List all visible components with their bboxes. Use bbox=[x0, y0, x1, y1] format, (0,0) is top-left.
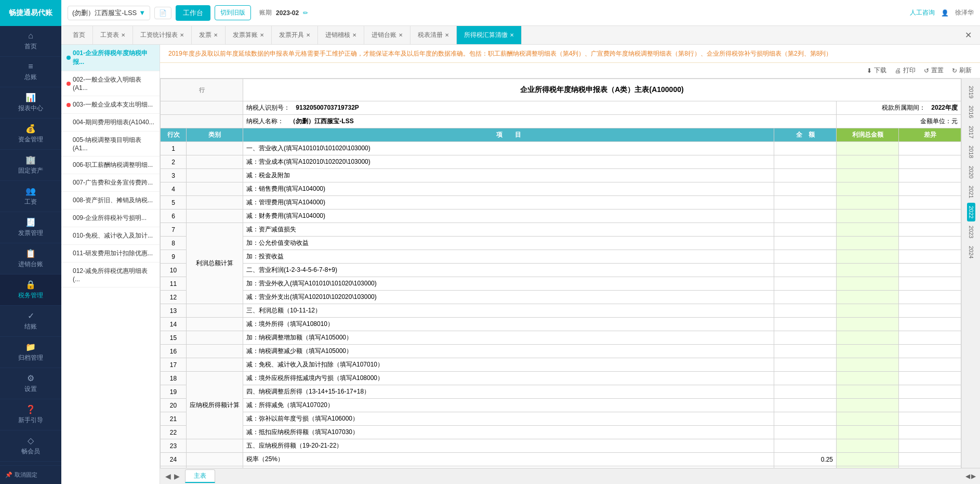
left-panel-item-010[interactable]: 010-免税、减计收入及加计... bbox=[61, 227, 160, 245]
body-area: 001-企业所得税年度纳税申报... 002-一般企业收入明细表(A1... 0… bbox=[61, 45, 980, 484]
download-button[interactable]: ⬇ 下载 bbox=[867, 66, 886, 75]
left-panel-item-009[interactable]: 009-企业所得税补亏损明... bbox=[61, 210, 160, 227]
year-2022[interactable]: 2022 bbox=[967, 203, 975, 221]
tab-purchase-ledger[interactable]: 进销台账✕ bbox=[364, 26, 410, 44]
sidebar-item-tax[interactable]: 🔒 税务管理 bbox=[0, 274, 61, 306]
report-icon: 📊 bbox=[25, 93, 36, 102]
download-icon: ⬇ bbox=[867, 67, 872, 74]
warning-bar: 2019年度步及取以前年度延续数据的申报表单元格需要手工维护正确，才能保证本年及… bbox=[160, 45, 980, 63]
year-2017[interactable]: 2017 bbox=[967, 123, 975, 141]
sidebar-item-fund[interactable]: 💰 资金管理 bbox=[0, 119, 61, 150]
table-container[interactable]: 行 企业所得税年度纳税申报表（A类）主表(A100000) 纳税人识别号： 91… bbox=[160, 79, 961, 468]
tab-payroll-stat-close[interactable]: ✕ bbox=[180, 32, 184, 38]
switch-version-button[interactable]: 切到旧版 bbox=[215, 5, 251, 20]
year-2021[interactable]: 2021 bbox=[967, 182, 975, 201]
service-button[interactable]: 人工咨询 bbox=[910, 8, 935, 17]
left-panel-item-011[interactable]: 011-研发费用加计扣除优惠... bbox=[61, 245, 160, 263]
left-panel-item-007[interactable]: 007-广告费和业务宣传费跨... bbox=[61, 174, 160, 192]
col-item: 项 目 bbox=[243, 128, 774, 142]
sidebar-item-payroll[interactable]: 👥 工资 bbox=[0, 181, 61, 212]
col-index-header: 行 bbox=[161, 79, 243, 101]
year-2023[interactable]: 2023 bbox=[967, 223, 975, 241]
payroll-icon: 👥 bbox=[25, 186, 36, 196]
year-2020[interactable]: 2020 bbox=[967, 163, 975, 181]
tab-tax-clear[interactable]: 税表清册✕ bbox=[410, 26, 457, 44]
sheet-nav-left[interactable]: ◀ bbox=[164, 472, 172, 480]
year-2019[interactable]: 2019 bbox=[967, 83, 975, 101]
tab-payroll-stat[interactable]: 工资统计报表✕ bbox=[133, 26, 192, 44]
tab-home[interactable]: 首页 bbox=[65, 26, 93, 44]
left-panel-item-006[interactable]: 006-职工薪酬纳税调整明细... bbox=[61, 156, 160, 174]
left-panel-item-001[interactable]: 001-企业所得税年度纳税申报... bbox=[61, 45, 160, 71]
tab-purchase-ledger-close[interactable]: ✕ bbox=[399, 32, 403, 38]
scroll-left-btn[interactable]: ◀ bbox=[965, 473, 970, 480]
year-2018[interactable]: 2018 bbox=[967, 142, 975, 161]
year-2016[interactable]: 2016 bbox=[967, 102, 975, 121]
table-row: 3 减：税金及附加 bbox=[161, 169, 961, 182]
year-2024[interactable]: 2024 bbox=[967, 243, 975, 261]
company-selector[interactable]: (勿删）江西服宝-LSS ▼ bbox=[68, 6, 150, 20]
tabbar: 首页 工资表✕ 工资统计报表✕ 发票✕ 发票算账✕ 发票开具✕ 进销稽核✕ 进销… bbox=[61, 26, 980, 45]
user-avatar: 👤 bbox=[941, 9, 949, 17]
left-panel-item-012[interactable]: 012-减免所得税优惠明细表(... bbox=[61, 263, 160, 287]
tab-invoice-calc-close[interactable]: ✕ bbox=[260, 32, 264, 38]
tab-income-tax-close[interactable]: ✕ bbox=[510, 32, 514, 38]
table-row: 17 减：免税、减计收入及加计扣除（填写A107010） bbox=[161, 358, 961, 372]
tab-purchase-check-close[interactable]: ✕ bbox=[352, 32, 356, 38]
sidebar-item-guide[interactable]: ❓ 新手引导 bbox=[0, 399, 61, 430]
sidebar-pin-toggle[interactable]: 📌 取消固定 bbox=[0, 465, 61, 484]
sidebar-item-member[interactable]: ◇ 畅会员 bbox=[0, 430, 61, 462]
home-icon: ⌂ bbox=[28, 31, 33, 41]
scroll-right-btn[interactable]: ▶ bbox=[971, 473, 976, 480]
tab-invoice-open-close[interactable]: ✕ bbox=[306, 32, 310, 38]
sidebar-item-settings[interactable]: ⚙ 设置 bbox=[0, 368, 61, 399]
sidebar-item-report[interactable]: 📊 报表中心 bbox=[0, 87, 61, 119]
table-row: 8 加：公允价值变动收益 bbox=[161, 237, 961, 250]
workbench-button[interactable]: 工作台 bbox=[176, 5, 210, 21]
left-panel-item-005[interactable]: 005-纳税调整项目明细表(A1... bbox=[61, 132, 160, 156]
tab-invoice-open[interactable]: 发票开具✕ bbox=[272, 26, 318, 44]
tab-tax-clear-close[interactable]: ✕ bbox=[445, 32, 449, 38]
left-panel-item-008[interactable]: 008-资产折旧、摊销及纳税... bbox=[61, 192, 160, 210]
sidebar-item-invoice-mgmt[interactable]: 🧾 发票管理 bbox=[0, 212, 61, 243]
table-row: 1 一、营业收入(填写A101010\101020\103000) bbox=[161, 142, 961, 155]
sidebar-item-purchase[interactable]: 📋 进销台账 bbox=[0, 243, 61, 274]
sheet-tab-main[interactable]: 主表 bbox=[185, 469, 215, 483]
sheet-tabs: ◀ ▶ 主表 ◀ ▶ bbox=[160, 468, 980, 484]
tab-invoice[interactable]: 发票✕ bbox=[192, 26, 226, 44]
topbar-doc-btn[interactable]: 📄 bbox=[154, 7, 171, 19]
sheet-nav: ◀ ▶ bbox=[164, 472, 181, 480]
sidebar-item-ledger[interactable]: ≡ 总账 bbox=[0, 57, 61, 87]
table-row: 15 加：纳税调整增加额（填写A105000） bbox=[161, 331, 961, 345]
period-edit-icon[interactable]: ✏ bbox=[303, 9, 308, 17]
table-row: 10 二、营业利润(1-2-3-4-5-6-7-8+9) bbox=[161, 264, 961, 277]
sidebar-item-close[interactable]: ✓ 结账 bbox=[0, 306, 61, 337]
tab-payroll-close[interactable]: ✕ bbox=[121, 32, 125, 38]
sidebar-item-home[interactable]: ⌂ 首页 bbox=[0, 26, 61, 57]
tab-invoice-close[interactable]: ✕ bbox=[214, 32, 218, 38]
scroll-buttons: ◀ ▶ bbox=[965, 473, 976, 480]
company-name: (勿删）江西服宝-LSS bbox=[72, 8, 137, 18]
refresh-button[interactable]: ↻ 刷新 bbox=[952, 66, 972, 75]
print-button[interactable]: 🖨 打印 bbox=[895, 66, 916, 75]
left-panel-item-003[interactable]: 003-一般企业成本支出明细... bbox=[61, 96, 160, 114]
close-all-btn[interactable]: ✕ bbox=[961, 30, 976, 40]
reset-button[interactable]: ↺ 置置 bbox=[924, 66, 944, 75]
left-panel-item-002[interactable]: 002-一般企业收入明细表(A1... bbox=[61, 71, 160, 96]
tab-purchase-check[interactable]: 进销稽核✕ bbox=[318, 26, 364, 44]
topbar: (勿删）江西服宝-LSS ▼ 📄 工作台 切到旧版 账期 2023-02 ✏ 人… bbox=[61, 0, 980, 26]
sidebar-item-archive[interactable]: 📁 归档管理 bbox=[0, 337, 61, 368]
company-dropdown-arrow: ▼ bbox=[139, 9, 145, 17]
table-row: 21 减：弥补以前年度亏损（填写A106000） bbox=[161, 412, 961, 426]
sheet-nav-right[interactable]: ▶ bbox=[173, 472, 181, 480]
tab-income-tax[interactable]: 所得税汇算清缴✕ bbox=[457, 26, 522, 44]
left-panel-item-004[interactable]: 004-期间费用明细表(A1040... bbox=[61, 114, 160, 132]
tab-invoice-calc[interactable]: 发票算账✕ bbox=[226, 26, 272, 44]
table-row: 12 减：营业外支出(填写A102010\102020\103000) bbox=[161, 291, 961, 304]
sidebar-item-assets[interactable]: 🏢 固定资产 bbox=[0, 150, 61, 181]
tab-payroll[interactable]: 工资表✕ bbox=[93, 26, 133, 44]
right-content: 2019年度步及取以前年度延续数据的申报表单元格需要手工维护正确，才能保证本年及… bbox=[160, 45, 980, 484]
title-row: 行 企业所得税年度纳税申报表（A类）主表(A100000) bbox=[161, 79, 961, 101]
table-row: 24 税率（25%） 0.25 bbox=[161, 453, 961, 466]
topbar-right: 人工咨询 👤 徐泽华 bbox=[910, 8, 974, 17]
